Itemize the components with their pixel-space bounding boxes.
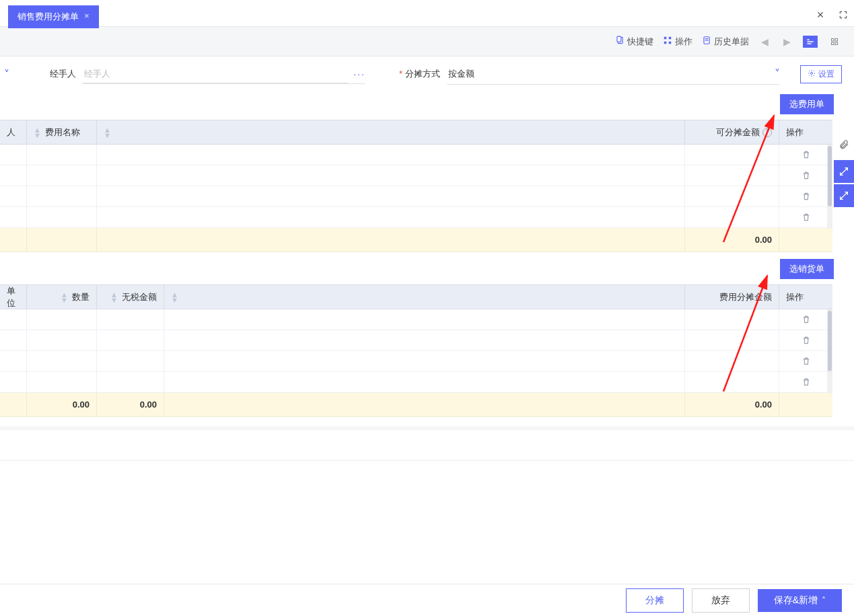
save-new-button[interactable]: 保存&新增 ˄	[758, 589, 842, 612]
history-link[interactable]: 历史单据	[702, 36, 749, 48]
expand-out-icon[interactable]	[834, 184, 854, 207]
trash-icon[interactable]	[802, 150, 811, 159]
trash-icon[interactable]	[802, 213, 811, 222]
card-view-icon[interactable]	[827, 36, 842, 48]
trash-icon[interactable]	[802, 171, 811, 180]
history-label: 历史单据	[714, 36, 749, 48]
close-icon[interactable]: ×	[84, 11, 90, 23]
trash-icon[interactable]	[802, 377, 811, 387]
form-row: ˅ 经手人 ··· *分摊方式 按金额 ˅ 设置	[0, 56, 854, 91]
settings-button[interactable]: 设置	[800, 65, 842, 83]
next-icon[interactable]: ▶	[781, 36, 793, 47]
trash-icon[interactable]	[802, 315, 811, 324]
table-row[interactable]	[0, 372, 832, 393]
svg-rect-2	[664, 37, 667, 40]
col-first[interactable]: 人	[0, 120, 27, 144]
grid-icon	[663, 36, 672, 47]
col-qty[interactable]: ▲▼数量	[27, 285, 97, 309]
svg-rect-13	[835, 38, 838, 41]
tab-active[interactable]: 销售费用分摊单 ×	[8, 5, 99, 28]
sum-alloc: 0.00	[684, 228, 779, 252]
col-alloc2[interactable]: 费用分摊金额	[684, 285, 779, 309]
close-window-icon[interactable]: ×	[814, 8, 827, 22]
svg-rect-3	[669, 37, 672, 40]
tab-bar: 销售费用分摊单 × ×	[0, 0, 854, 27]
list-view-icon[interactable]	[803, 36, 818, 48]
svg-rect-12	[832, 38, 834, 41]
sum-row: 0.00 0.00 0.00	[0, 393, 832, 417]
svg-point-16	[811, 72, 813, 74]
svg-rect-1	[617, 36, 621, 42]
sum-row: 0.00	[0, 228, 832, 252]
operate-label: 操作	[675, 36, 692, 48]
svg-rect-5	[669, 42, 672, 44]
select-fee-button[interactable]: 选费用单	[780, 94, 834, 114]
col-alloc-amount[interactable]: 可分摊金额?	[684, 120, 779, 144]
gear-icon	[808, 69, 816, 79]
chevron-up-icon: ˄	[822, 596, 826, 605]
col-spacer: ▲▼	[97, 120, 684, 144]
handler-input[interactable]	[83, 65, 348, 83]
alloc-value[interactable]: 按金额	[447, 64, 769, 84]
chevron-down-icon[interactable]: ˅	[0, 68, 50, 81]
fee-table: 人 ▲▼费用名称 ▲▼ 可分摊金额? 操作	[0, 120, 832, 252]
document-icon	[702, 36, 711, 47]
more-icon[interactable]: ···	[353, 69, 365, 79]
action-toolbar: 快捷键 操作 历史单据 ◀ ▶	[0, 27, 854, 56]
alloc-label: *分摊方式	[399, 68, 440, 80]
handler-label: 经手人	[50, 68, 76, 80]
save-new-label: 保存&新增	[774, 594, 818, 607]
svg-rect-4	[664, 42, 667, 44]
select-sale-button[interactable]: 选销货单	[780, 259, 834, 279]
trash-icon[interactable]	[802, 336, 811, 345]
trash-icon[interactable]	[802, 192, 811, 201]
fullscreen-icon[interactable]	[837, 8, 850, 22]
shortcut-link[interactable]: 快捷键	[615, 36, 653, 48]
attachment-icon[interactable]	[834, 134, 854, 155]
table-row[interactable]	[0, 309, 832, 330]
expand-out-icon[interactable]	[834, 160, 854, 183]
allocate-button[interactable]: 分摊	[626, 588, 684, 613]
table-row[interactable]	[0, 145, 832, 165]
prev-icon[interactable]: ◀	[758, 36, 771, 47]
svg-rect-14	[832, 42, 834, 45]
col-action: 操作	[779, 120, 832, 144]
table-row[interactable]	[0, 165, 832, 186]
sale-table: 单位 ▲▼数量 ▲▼无税金额 ▲▼ 费用分摊金额 操作	[0, 284, 832, 417]
scrollbar[interactable]	[827, 145, 832, 229]
col-fee-name[interactable]: ▲▼费用名称	[27, 120, 97, 144]
tab-title: 销售费用分摊单	[17, 11, 79, 23]
table-row[interactable]	[0, 186, 832, 207]
col-unit[interactable]: 单位	[0, 285, 27, 309]
trash-icon[interactable]	[802, 356, 811, 366]
shortcut-label: 快捷键	[627, 36, 653, 48]
chevron-down-icon[interactable]: ˅	[775, 67, 780, 80]
table-row[interactable]	[0, 207, 832, 228]
discard-button[interactable]: 放弃	[692, 588, 750, 613]
sum-qty: 0.00	[27, 393, 97, 416]
sum-notax: 0.00	[97, 393, 164, 416]
table-row[interactable]	[0, 351, 832, 372]
clipboard-icon	[615, 36, 625, 47]
col-action2: 操作	[779, 285, 832, 309]
col-spacer2: ▲▼	[164, 285, 684, 309]
operate-link[interactable]: 操作	[663, 36, 692, 48]
sum-alloc: 0.00	[684, 393, 779, 416]
info-icon[interactable]: ?	[762, 128, 772, 137]
settings-label: 设置	[818, 69, 834, 80]
footer-bar: 分摊 放弃 保存&新增 ˄	[0, 584, 854, 616]
table-row[interactable]	[0, 330, 832, 351]
scrollbar[interactable]	[827, 309, 832, 393]
col-notax[interactable]: ▲▼无税金额	[97, 285, 164, 309]
svg-rect-15	[835, 42, 838, 45]
